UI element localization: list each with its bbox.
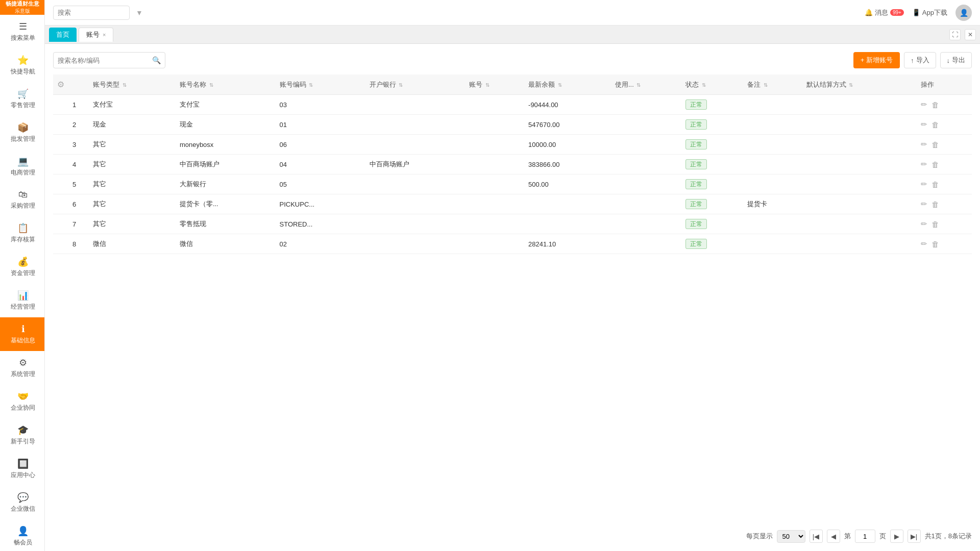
row-status-4: 正常: [681, 174, 743, 194]
sidebar-item-app-center[interactable]: 🔲 应用中心: [0, 452, 44, 486]
row-usage-7: [611, 234, 681, 254]
next-page-button[interactable]: ▶: [890, 530, 903, 543]
status-badge-0: 正常: [685, 99, 707, 110]
delete-icon-6[interactable]: 🗑: [932, 220, 939, 229]
app-download-label: App下载: [922, 8, 947, 17]
row-num-7: 8: [68, 234, 89, 254]
per-page-select[interactable]: 50 100: [777, 530, 805, 543]
col-name-header[interactable]: 账号名称 ⇅: [176, 74, 276, 95]
table-row: 6 其它 提货卡（零... PICKUPC... 正常 提货卡 ✏ 🗑: [53, 194, 972, 214]
tab-home[interactable]: 首页: [49, 28, 77, 42]
sidebar-label-member: 畅会员: [14, 538, 32, 547]
row-action-1: ✏ 🗑: [917, 115, 972, 135]
delete-icon-4[interactable]: 🗑: [932, 180, 939, 189]
row-bank-3: 中百商场账户: [365, 155, 465, 174]
sidebar-item-system-mgmt[interactable]: ⚙ 系统管理: [0, 351, 44, 385]
sidebar-item-ecommerce-mgmt[interactable]: 💻 电商管理: [0, 149, 44, 183]
close-window-icon[interactable]: ✕: [965, 29, 976, 40]
row-type-4: 其它: [89, 174, 176, 194]
edit-icon-0[interactable]: ✏: [921, 100, 927, 109]
sidebar-item-member[interactable]: 👤 畅会员: [0, 519, 44, 551]
row-note-0: [743, 95, 802, 115]
row-settlement-1: [802, 115, 917, 135]
row-usage-4: [611, 174, 681, 194]
row-gear-7: [53, 234, 68, 254]
download-icon: 📱: [912, 9, 920, 16]
row-name-5: 提货卡（零...: [176, 194, 276, 214]
row-status-7: 正常: [681, 234, 743, 254]
sidebar-item-enterprise-wechat[interactable]: 💬 企业微信: [0, 486, 44, 519]
sidebar-item-new-guide[interactable]: 🎓 新手引导: [0, 418, 44, 452]
first-page-button[interactable]: |◀: [810, 530, 823, 543]
sidebar-item-basic-info[interactable]: ℹ 基础信息: [0, 317, 44, 351]
row-action-3: ✏ 🗑: [917, 155, 972, 174]
edit-icon-2[interactable]: ✏: [921, 140, 927, 149]
sidebar-label-enterprise-agreement: 企业协同: [11, 404, 35, 412]
row-account-0: [465, 95, 524, 115]
add-account-button[interactable]: + 新增账号: [853, 52, 900, 68]
tab-close-icon[interactable]: ×: [103, 32, 106, 38]
sidebar-icon-system-mgmt: ⚙: [19, 357, 27, 368]
sidebar-icon-basic-info: ℹ: [21, 323, 25, 335]
edit-icon-5[interactable]: ✏: [921, 199, 927, 209]
edit-icon-1[interactable]: ✏: [921, 120, 927, 129]
col-note-header[interactable]: 备注 ⇅: [743, 74, 802, 95]
sidebar-item-finance-mgmt[interactable]: 💰 资金管理: [0, 250, 44, 284]
row-note-7: [743, 234, 802, 254]
edit-icon-7[interactable]: ✏: [921, 239, 927, 248]
delete-icon-2[interactable]: 🗑: [932, 140, 939, 149]
row-name-3: 中百商场账户: [176, 155, 276, 174]
delete-icon-3[interactable]: 🗑: [932, 160, 939, 169]
row-balance-1: 547670.00: [524, 115, 611, 135]
delete-icon-5[interactable]: 🗑: [932, 200, 939, 209]
edit-icon-4[interactable]: ✏: [921, 180, 927, 189]
col-type-header[interactable]: 账号类型 ⇅: [89, 74, 176, 95]
status-badge-1: 正常: [685, 119, 707, 130]
search-input[interactable]: [58, 57, 152, 64]
sidebar-item-search-menu[interactable]: ☰ 搜索菜单: [0, 15, 44, 48]
page-number-input[interactable]: [855, 530, 875, 543]
sidebar-icon-purchase-mgmt: 🛍: [18, 189, 28, 200]
sidebar-icon-inventory-check: 📋: [17, 222, 29, 234]
sidebar-item-quick-nav[interactable]: ⭐ 快捷导航: [0, 48, 44, 82]
sidebar: 畅捷通财生意 乐意版 ☰ 搜索菜单⭐ 快捷导航🛒 零售管理📦 批发管理💻 电商管…: [0, 0, 45, 551]
last-page-button[interactable]: ▶|: [908, 530, 921, 543]
delete-icon-1[interactable]: 🗑: [932, 120, 939, 129]
sidebar-item-operations-mgmt[interactable]: 📊 经营管理: [0, 284, 44, 317]
col-code-header[interactable]: 账号编码 ⇅: [276, 74, 365, 95]
expand-icon[interactable]: ⛶: [949, 29, 961, 40]
sidebar-icon-operations-mgmt: 📊: [17, 290, 29, 301]
avatar[interactable]: 👤: [955, 5, 972, 21]
col-account-header[interactable]: 账号 ⇅: [465, 74, 524, 95]
tab-account[interactable]: 账号 ×: [79, 28, 113, 42]
delete-icon-0[interactable]: 🗑: [932, 101, 939, 109]
prev-page-button[interactable]: ◀: [827, 530, 840, 543]
topbar-search-input[interactable]: [53, 6, 130, 20]
sidebar-item-retail-mgmt[interactable]: 🛒 零售管理: [0, 82, 44, 116]
messages-button[interactable]: 🔔 消息 99+: [865, 8, 904, 17]
export-button[interactable]: ↓ 导出: [940, 52, 972, 68]
row-num-3: 4: [68, 155, 89, 174]
row-gear-5: [53, 194, 68, 214]
col-balance-header[interactable]: 最新余额 ⇅: [524, 74, 611, 95]
sidebar-item-enterprise-agreement[interactable]: 🤝 企业协同: [0, 385, 44, 418]
col-settlement-header[interactable]: 默认结算方式 ⇅: [802, 74, 917, 95]
sidebar-item-inventory-check[interactable]: 📋 库存核算: [0, 216, 44, 250]
edit-icon-6[interactable]: ✏: [921, 219, 927, 229]
import-button[interactable]: ↑ 导入: [904, 52, 936, 68]
edit-icon-3[interactable]: ✏: [921, 160, 927, 169]
sidebar-item-purchase-mgmt[interactable]: 🛍 采购管理: [0, 183, 44, 216]
row-num-5: 6: [68, 194, 89, 214]
col-status-header[interactable]: 状态 ⇅: [681, 74, 743, 95]
row-action-2: ✏ 🗑: [917, 135, 972, 155]
col-usage-header[interactable]: 使用... ⇅: [611, 74, 681, 95]
delete-icon-7[interactable]: 🗑: [932, 240, 939, 248]
row-gear-2: [53, 135, 68, 155]
content-area: 🔍 + 新增账号 ↑ 导入 ↓ 导出 ⚙: [45, 44, 980, 551]
sidebar-label-basic-info: 基础信息: [11, 336, 35, 345]
app-download-button[interactable]: 📱 App下载: [912, 8, 947, 17]
settings-icon[interactable]: ⚙: [57, 80, 64, 89]
sidebar-item-wholesale-mgmt[interactable]: 📦 批发管理: [0, 116, 44, 149]
search-icon[interactable]: 🔍: [152, 56, 161, 64]
col-bank-header[interactable]: 开户银行 ⇅: [365, 74, 465, 95]
